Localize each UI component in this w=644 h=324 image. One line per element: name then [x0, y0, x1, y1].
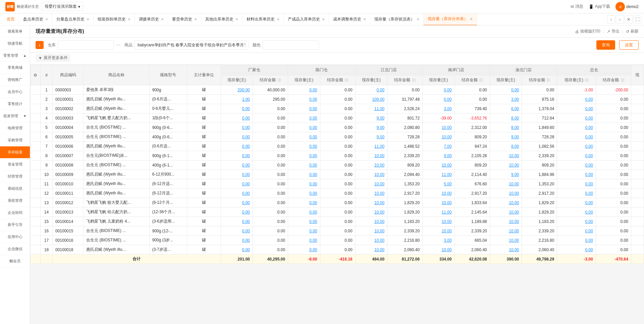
close-icon[interactable]: ✕	[235, 17, 238, 21]
close-icon[interactable]: ✕	[45, 17, 48, 21]
export-button[interactable]: ↗ 导出	[607, 29, 620, 34]
cell-factory-stock: 0.00	[221, 236, 253, 245]
sidebar-item-guide[interactable]: 新手引导	[0, 219, 30, 231]
info-icon[interactable]: ⓘ	[479, 78, 483, 82]
sidebar-item-collab[interactable]: 企业协同	[0, 207, 30, 219]
sidebar-item-nav[interactable]: 快捷导航	[0, 38, 30, 50]
cell-current	[631, 85, 644, 95]
sidebar-item-operation[interactable]: 经营管理	[0, 171, 30, 183]
refresh-button[interactable]: ↺ 刷新	[626, 29, 639, 34]
warehouse-dots[interactable]: ···	[116, 42, 120, 48]
cell-jiangbei-stock: 10.00	[355, 245, 387, 254]
close-icon[interactable]: ✕	[417, 17, 419, 21]
sidebar-item-retail[interactable]: 零售管理 ▲	[0, 50, 30, 62]
sidebar-item-member[interactable]: 会员中心	[0, 86, 30, 98]
cell-factory-stock: 0.00	[221, 113, 253, 123]
sidebar-item-basic[interactable]: 基础信息	[0, 183, 30, 195]
sidebar-item-wholesale[interactable]: 批发管理 ▼	[0, 110, 30, 122]
tab-ccrk[interactable]: 产成品入库单历史 ✕	[284, 13, 329, 26]
tab-tbd[interactable]: 调拨单历史 ✕	[135, 13, 168, 26]
sidebar-item-marketing[interactable]: 营销推广	[0, 74, 30, 86]
filter-toggle-button[interactable]: ›	[36, 41, 44, 49]
sidebar-item-system[interactable]: 系统管理	[0, 195, 30, 207]
sidebar-item-apps[interactable]: 应用中心	[0, 231, 30, 243]
nav-arrows: ‹ › ✕ ⛶	[607, 15, 641, 24]
th-settings[interactable]: ⚙	[31, 65, 41, 85]
sidebar-item-search[interactable]: 搜索英单	[0, 26, 30, 38]
top-bar-right: ✉ 消息 📱 App下载 d demo2	[571, 2, 639, 11]
nav-expand-button[interactable]: ⛶	[633, 15, 641, 24]
setting-button[interactable]: 设置	[619, 40, 639, 50]
industry-selector[interactable]: 母婴行业演示陈套 ▾	[42, 2, 83, 11]
cell-index: 17	[41, 236, 53, 245]
warehouse-input[interactable]	[58, 40, 114, 50]
info-icon[interactable]: ⓘ	[585, 78, 588, 82]
sidebar-item-retailshop[interactable]: 零售商城	[0, 62, 30, 74]
sidebar-item-retailstat[interactable]: 零售统计	[0, 98, 30, 110]
info-icon[interactable]: ⓘ	[278, 78, 281, 82]
close-icon[interactable]: ✕	[128, 17, 130, 21]
cell-jiangbei-stock: 10.00	[355, 151, 387, 160]
tab-tbd-label: 调拨单历史	[139, 16, 159, 22]
sidebar-marketing-label: 营销推广	[8, 78, 22, 82]
cell-name: 惠氏启赋 (Wyeth illu...	[84, 170, 150, 179]
close-icon[interactable]: ✕	[87, 17, 89, 21]
tab-qtck[interactable]: 其他出库单历史 ✕	[201, 13, 243, 26]
cell-jiangbei-stock: 10.00	[355, 189, 387, 198]
tab-zccd[interactable]: 组装拆卸单历史 ✕	[94, 13, 135, 26]
cell-jiangbei-amt: 728.28	[387, 132, 423, 142]
print-button[interactable]: 🖨 按模版打印	[575, 29, 600, 34]
th-total-stock: 现存量(主) ⓘ	[557, 75, 596, 85]
sidebar-item-purchase[interactable]: 采购管理	[0, 134, 30, 146]
tab-cbtz[interactable]: 成本调整单历史 ✕	[329, 13, 370, 26]
app-label: App下载	[595, 4, 610, 9]
tab-fldd[interactable]: 分量盘点单历史 ✕	[52, 13, 94, 26]
close-icon[interactable]: ✕	[363, 17, 366, 21]
cell-jiangbei-amt: 2,339.20	[387, 226, 423, 236]
cell-unit: 罐	[187, 207, 221, 217]
tab-xclkqk[interactable]: 现存量（库存状况表） ✕	[370, 13, 424, 26]
nav-next-button[interactable]: ›	[616, 15, 624, 24]
cell-nanyan-stock: 10.00	[423, 123, 454, 132]
close-icon[interactable]: ✕	[470, 17, 473, 21]
cell-chenmen-amt: 0.00	[320, 132, 355, 142]
cell-spec: 900g (12-...	[149, 226, 187, 236]
info-icon[interactable]: ⓘ	[621, 78, 624, 82]
info-icon[interactable]: ⓘ	[345, 78, 348, 82]
close-icon[interactable]: ✕	[161, 17, 164, 21]
cell-spec: 0-6月婴儿...	[149, 104, 187, 113]
sidebar-item-ecommerce[interactable]: 电商管理	[0, 122, 30, 134]
sidebar-item-inventory[interactable]: 库存核算	[0, 146, 30, 158]
expand-more-button[interactable]: ▼ 展开更多条件	[36, 54, 70, 62]
info-icon[interactable]: ⓘ	[412, 78, 416, 82]
query-button[interactable]: 查询	[596, 40, 615, 50]
tab-yhd[interactable]: 要货单历史 ✕	[168, 13, 201, 26]
cell-yuibei-stock: 10.00	[490, 236, 522, 245]
info-icon[interactable]: ⓘ	[547, 78, 550, 82]
user-profile[interactable]: d demo2	[615, 2, 639, 11]
cell-nanyan-amt: 0.00	[454, 95, 490, 104]
sidebar-item-wechat[interactable]: 企业微信	[0, 243, 30, 255]
message-button[interactable]: ✉ 消息	[571, 4, 583, 9]
close-icon[interactable]: ✕	[322, 17, 325, 21]
tab-clck[interactable]: 材料出库单历史 ✕	[243, 13, 284, 26]
tab-pdd[interactable]: 盘点单历史 ✕	[19, 13, 52, 26]
cell-factory-amt: 0.00	[253, 113, 288, 123]
close-icon[interactable]: ✕	[277, 17, 279, 21]
tab-xclkfb[interactable]: 现存量（库存分布表） ✕	[424, 13, 477, 26]
app-download-button[interactable]: 📱 App下载	[589, 4, 610, 9]
cell-factory-amt: 40,000.00	[253, 85, 288, 95]
cell-jiangbei-stock: 9.00	[355, 132, 387, 142]
nav-prev-button[interactable]: ‹	[607, 15, 615, 24]
close-icon[interactable]: ✕	[194, 17, 197, 21]
color-input[interactable]	[263, 40, 319, 50]
th-yuibei-stock: 现存量(主)	[490, 75, 522, 85]
cell-code: 00100016	[53, 236, 84, 245]
th-nanyan: 南岸门店	[423, 65, 490, 75]
sidebar-item-membership[interactable]: 畅会员	[0, 255, 30, 267]
tab-home[interactable]: 首页	[3, 13, 19, 26]
nav-close-all-button[interactable]: ✕	[625, 15, 633, 24]
sidebar-item-finance[interactable]: 资金管理	[0, 158, 30, 171]
cell-total-amt: -200.00	[596, 85, 631, 95]
goods-input[interactable]	[135, 40, 249, 50]
